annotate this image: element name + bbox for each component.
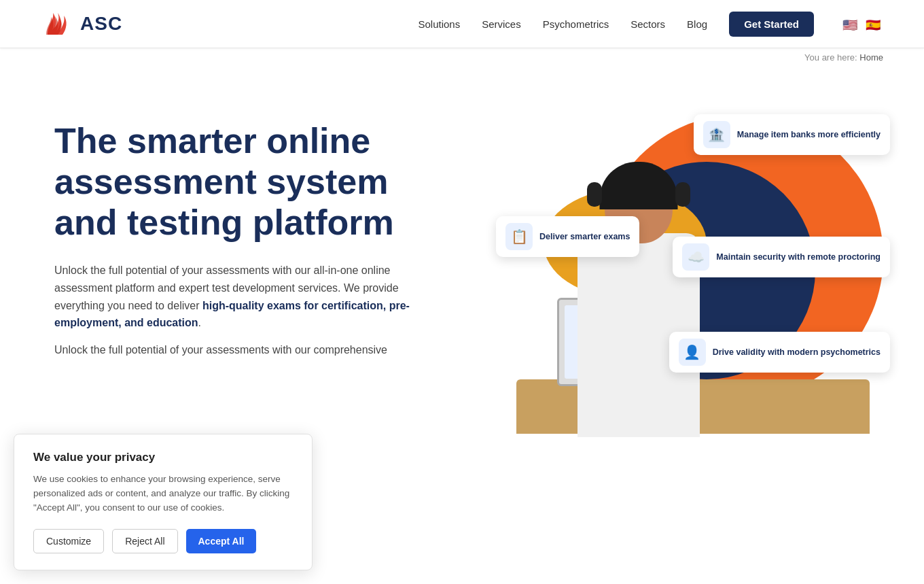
cookie-text: We use cookies to enhance your browsing … bbox=[33, 473, 293, 488]
feature-card-3-text: Maintain security with remote proctoring bbox=[716, 252, 881, 262]
cookie-title: We value your privacy bbox=[33, 451, 293, 464]
deliver-exams-icon: 📋 bbox=[505, 223, 533, 250]
language-switcher: 🇺🇸 🇪🇸 bbox=[842, 18, 883, 30]
breadcrumb: You are here: Home bbox=[0, 48, 924, 67]
psychometrics-icon: 👤 bbox=[679, 339, 706, 366]
nav-services[interactable]: Services bbox=[482, 18, 521, 30]
breadcrumb-home[interactable]: Home bbox=[859, 52, 883, 63]
nav-solutions[interactable]: Solutions bbox=[418, 18, 460, 30]
headphone-left bbox=[587, 182, 602, 207]
hero-subtitle2: Unlock the full potential of your assess… bbox=[54, 341, 448, 359]
main-nav: Solutions Services Psychometrics Sectors… bbox=[418, 12, 883, 37]
hero-subtitle-end: . bbox=[198, 317, 201, 328]
nav-sectors[interactable]: Sectors bbox=[630, 18, 665, 30]
person-illustration bbox=[537, 162, 741, 434]
header: ASC Solutions Services Psychometrics Sec… bbox=[0, 0, 924, 48]
hero-subtitle: Unlock the full potential of your assess… bbox=[54, 262, 448, 331]
feature-card-2: 📋 Deliver smarter exams bbox=[496, 216, 639, 257]
feature-card-3: ☁️ Maintain security with remote proctor… bbox=[673, 237, 890, 277]
headphone-right bbox=[675, 182, 690, 207]
logo-text: ASC bbox=[80, 13, 122, 35]
feature-card-1: 🏦 Manage item banks more efficiently bbox=[694, 114, 890, 155]
proctoring-icon: ☁️ bbox=[682, 243, 709, 271]
hero-title: The smarter online assessment system and… bbox=[54, 121, 448, 243]
lang-es-flag[interactable]: 🇪🇸 bbox=[866, 18, 883, 30]
breadcrumb-prefix: You are here: bbox=[804, 52, 857, 63]
cookie-banner: We value your privacy We use cookies to … bbox=[14, 434, 313, 488]
logo[interactable]: ASC bbox=[41, 7, 122, 40]
nav-psychometrics[interactable]: Psychometrics bbox=[543, 18, 609, 30]
lang-en-flag[interactable]: 🇺🇸 bbox=[842, 18, 860, 30]
get-started-button[interactable]: Get Started bbox=[729, 12, 814, 37]
person-hair bbox=[600, 162, 678, 209]
hero-left: The smarter online assessment system and… bbox=[54, 107, 448, 358]
hero-section: The smarter online assessment system and… bbox=[0, 67, 924, 488]
feature-card-1-text: Manage item banks more efficiently bbox=[737, 129, 881, 140]
nav-blog[interactable]: Blog bbox=[687, 18, 707, 30]
feature-card-2-text: Deliver smarter exams bbox=[539, 231, 630, 242]
feature-card-4: 👤 Drive validity with modern psychometri… bbox=[669, 332, 890, 373]
hero-illustration: 🏦 Manage item banks more efficiently 📋 D… bbox=[503, 107, 883, 434]
logo-icon bbox=[41, 7, 73, 40]
feature-card-4-text: Drive validity with modern psychometrics bbox=[713, 347, 881, 358]
item-bank-icon: 🏦 bbox=[703, 121, 730, 148]
